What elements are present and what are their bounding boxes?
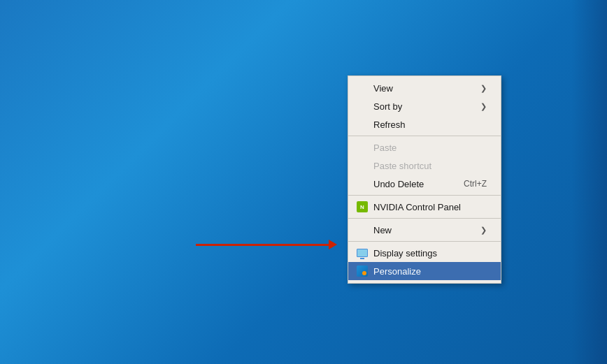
separator-4 [348,241,501,242]
arrow-line [196,244,329,246]
menu-item-paste[interactable]: Paste [348,138,501,156]
display-icon-shape [357,249,368,257]
undo-icon [357,178,368,189]
view-icon [357,82,368,94]
personalize-icon [357,265,368,277]
arrow-head [329,240,337,249]
menu-item-nvidia[interactable]: N NVIDIA Control Panel [348,198,501,216]
refresh-label: Refresh [373,119,406,130]
nvidia-icon: N [357,201,368,212]
menu-item-display-settings[interactable]: Display settings [348,244,501,262]
paste-icon [357,142,368,153]
nvidia-logo: N [357,201,368,212]
menu-item-view[interactable]: View ❯ [348,79,501,97]
menu-item-new[interactable]: New ❯ [348,221,501,239]
separator-3 [348,218,501,219]
sort-chevron: ❯ [480,102,487,111]
display-settings-icon [357,247,368,259]
sort-label: Sort by [373,101,402,112]
desktop-right-edge [572,0,607,364]
paste-shortcut-icon [357,160,368,171]
display-settings-label: Display settings [373,248,437,259]
context-menu: View ❯ Sort by ❯ Refresh Paste [348,75,501,284]
personalize-icon-shape [357,265,368,277]
sort-icon [357,101,368,112]
paste-label: Paste [373,143,397,153]
undo-label: Undo Delete [373,179,424,189]
undo-shortcut: Ctrl+Z [464,179,487,189]
paste-shortcut-label: Paste shortcut [373,161,431,171]
view-label: View [373,83,393,94]
nvidia-label: NVIDIA Control Panel [373,202,461,212]
new-label: New [373,225,392,235]
separator-2 [348,195,501,196]
menu-item-paste-shortcut[interactable]: Paste shortcut [348,156,501,175]
new-icon [357,224,368,235]
personalize-label: Personalize [373,266,421,277]
menu-item-undo-delete[interactable]: Undo Delete Ctrl+Z [348,175,501,193]
refresh-icon [357,119,368,130]
menu-item-refresh[interactable]: Refresh [348,115,501,133]
arrow-annotation [196,244,343,245]
new-chevron: ❯ [480,226,487,235]
separator-1 [348,136,501,136]
view-chevron: ❯ [480,84,487,93]
menu-item-sort-by[interactable]: Sort by ❯ [348,97,501,115]
desktop: View ❯ Sort by ❯ Refresh Paste [0,0,607,364]
menu-item-personalize[interactable]: Personalize [348,262,501,280]
